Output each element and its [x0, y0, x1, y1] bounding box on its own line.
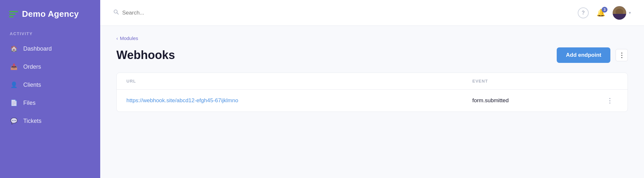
- sidebar: Demo Agency ACTIVITY 🏠 Dashboard 📥 Order…: [0, 0, 100, 178]
- sidebar-item-clients[interactable]: 👤 Clients: [5, 76, 96, 94]
- logo-icon: [9, 11, 18, 17]
- page-title: Webhooks: [116, 48, 175, 62]
- sidebar-section-label: ACTIVITY: [0, 28, 100, 40]
- avatar-image: [613, 6, 626, 20]
- webhook-url-link[interactable]: https://webhook.site/abcd12-efgh45-67ijk…: [126, 97, 472, 104]
- sidebar-item-label: Tickets: [23, 118, 41, 124]
- table-header: URL EVENT: [117, 73, 628, 90]
- user-avatar-wrap[interactable]: ▾: [613, 6, 631, 20]
- svg-line-1: [117, 13, 118, 14]
- sidebar-item-label: Clients: [23, 82, 41, 88]
- tickets-icon: 💬: [10, 117, 18, 125]
- orders-icon: 📥: [10, 63, 18, 71]
- clients-icon: 👤: [10, 81, 18, 89]
- sidebar-item-dashboard[interactable]: 🏠 Dashboard: [5, 40, 96, 57]
- sidebar-item-files[interactable]: 📄 Files: [5, 94, 96, 112]
- chevron-down-icon: ▾: [629, 10, 631, 15]
- topbar-actions: ? 🔔 3 ▾: [578, 6, 631, 20]
- webhook-event: form.submitted: [472, 97, 602, 104]
- add-endpoint-button[interactable]: Add endpoint: [557, 47, 610, 63]
- sidebar-item-orders[interactable]: 📥 Orders: [5, 58, 96, 75]
- table-row: https://webhook.site/abcd12-efgh45-67ijk…: [117, 90, 628, 112]
- breadcrumb-back-icon: ‹: [116, 36, 118, 41]
- col-header-url: URL: [126, 79, 472, 84]
- header-actions: Add endpoint ⋮: [557, 47, 628, 63]
- page-header: Webhooks Add endpoint ⋮: [116, 47, 628, 63]
- breadcrumb[interactable]: ‹ Modules: [116, 35, 628, 41]
- breadcrumb-label: Modules: [120, 35, 138, 41]
- search-icon: [113, 9, 119, 16]
- main-content: ? 🔔 3 ▾ ‹ Modules Webhooks Add endpoint …: [100, 0, 644, 178]
- help-button[interactable]: ?: [578, 7, 589, 18]
- notification-badge: 3: [602, 7, 607, 13]
- sidebar-item-label: Orders: [23, 64, 41, 70]
- sidebar-brand-title: Demo Agency: [22, 9, 79, 19]
- home-icon: 🏠: [10, 44, 18, 53]
- row-more-button[interactable]: ⋮: [602, 97, 618, 104]
- sidebar-item-label: Dashboard: [23, 45, 52, 52]
- sidebar-logo: Demo Agency: [0, 0, 100, 28]
- search-container: [113, 9, 571, 16]
- col-header-actions: [602, 79, 618, 84]
- logo-line-3: [9, 16, 14, 17]
- avatar: [613, 6, 626, 20]
- webhooks-table: URL EVENT https://webhook.site/abcd12-ef…: [116, 73, 628, 112]
- search-input[interactable]: [122, 10, 219, 16]
- col-header-event: EVENT: [472, 79, 602, 84]
- files-icon: 📄: [10, 99, 18, 107]
- logo-line-2: [9, 14, 16, 15]
- sidebar-item-tickets[interactable]: 💬 Tickets: [5, 112, 96, 130]
- notifications-button[interactable]: 🔔 3: [595, 7, 606, 18]
- sidebar-item-label: Files: [23, 100, 36, 106]
- logo-line-1: [9, 11, 18, 12]
- sidebar-nav: 🏠 Dashboard 📥 Orders 👤 Clients 📄 Files 💬…: [0, 40, 100, 130]
- more-options-button[interactable]: ⋮: [616, 49, 628, 61]
- page-content: ‹ Modules Webhooks Add endpoint ⋮ URL EV…: [100, 26, 644, 178]
- topbar: ? 🔔 3 ▾: [100, 0, 644, 26]
